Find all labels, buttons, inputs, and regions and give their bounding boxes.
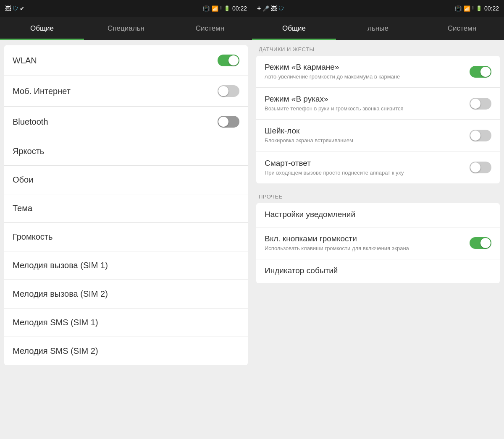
right-content-area: ДАТЧИКИ И ЖЕСТЫ Режим «В кармане» Авто-у…	[252, 40, 504, 439]
wlan-toggle-knob	[228, 55, 239, 65]
notification-settings-title: Настройки уведомлений	[265, 210, 485, 219]
right-time: 00:22	[484, 5, 499, 12]
smart-answer-text: Смарт-ответ При входящем вызове просто п…	[265, 159, 470, 177]
picture-icon: 🖼	[5, 5, 11, 12]
sms-sim2-label: Мелодия SMS (SIM 2)	[13, 346, 98, 356]
shake-lock-title: Шейк-лок	[265, 126, 463, 136]
wallpaper-item[interactable]: Обои	[4, 166, 248, 194]
exclamation-icon: !	[220, 5, 222, 11]
sms-sim1-label: Мелодия SMS (SIM 1)	[13, 318, 98, 327]
pocket-mode-subtitle: Авто-увеличение громкости до максимума в…	[265, 73, 463, 81]
volume-keys-item[interactable]: Вкл. кнопками громкости Использовать кла…	[256, 227, 500, 259]
left-settings-list: WLAN Моб. Интернет Bluetooth	[4, 45, 248, 365]
event-indicator-title: Индикатор событий	[265, 266, 485, 275]
shake-lock-item[interactable]: Шейк-лок Блокировка экрана встряхиванием	[256, 120, 500, 152]
right-panel: + 🎤 🖼 🛡 📳 📶 ! 🔋 00:22 Общие льные Систем…	[252, 0, 504, 439]
volume-keys-toggle[interactable]	[470, 237, 491, 249]
shake-lock-knob	[470, 131, 480, 141]
wlan-toggle[interactable]	[218, 55, 239, 66]
right-tabs-bar: Общие льные Системн	[252, 17, 504, 40]
right-status-bar: + 🎤 🖼 🛡 📳 📶 ! 🔋 00:22	[252, 0, 504, 17]
right-vibrate-icon: 📳	[455, 5, 462, 12]
left-tab-general[interactable]: Общие	[0, 17, 84, 40]
pocket-mode-item[interactable]: Режим «В кармане» Авто-увеличение громко…	[256, 56, 500, 88]
brightness-item[interactable]: Яркость	[4, 137, 248, 166]
ringtone-sim2-item[interactable]: Мелодия вызова (SIM 2)	[4, 280, 248, 308]
hand-mode-subtitle: Возьмите телефон в руки и громкость звон…	[265, 105, 463, 112]
smart-answer-title: Смарт-ответ	[265, 159, 463, 168]
wallpaper-label: Обои	[13, 175, 33, 185]
pocket-mode-text: Режим «В кармане» Авто-увеличение громко…	[265, 63, 470, 81]
sensors-section-header: ДАТЧИКИ И ЖЕСТЫ	[252, 40, 504, 56]
smart-answer-knob	[470, 162, 480, 172]
mobile-internet-label: Моб. Интернет	[13, 86, 71, 96]
mobile-internet-toggle[interactable]	[218, 85, 239, 97]
event-indicator-text: Индикатор событий	[265, 266, 491, 277]
event-indicator-item[interactable]: Индикатор событий	[256, 259, 500, 283]
volume-keys-text: Вкл. кнопками громкости Использовать кла…	[265, 234, 470, 252]
hand-mode-knob	[470, 99, 480, 109]
smart-answer-item[interactable]: Смарт-ответ При входящем вызове просто п…	[256, 152, 500, 183]
left-panel: 🖼 🛡 ✔ 📳 📶 ! 🔋 00:22 Общие Специальн Сист…	[0, 0, 252, 439]
volume-keys-subtitle: Использовать клавиши громкости для включ…	[265, 245, 463, 252]
ringtone-sim2-label: Мелодия вызова (SIM 2)	[13, 289, 108, 299]
vibrate-icon: 📳	[203, 5, 210, 12]
sms-sim1-item[interactable]: Мелодия SMS (SIM 1)	[4, 308, 248, 337]
left-content-area: WLAN Моб. Интернет Bluetooth	[0, 40, 252, 439]
theme-label: Тема	[13, 204, 32, 213]
shield-icon: 🛡	[13, 5, 18, 12]
plus-icon: +	[257, 5, 261, 12]
right-wifi-icon: 📶	[464, 5, 470, 12]
hand-mode-toggle[interactable]	[470, 98, 491, 110]
check-icon: ✔	[20, 5, 24, 12]
notification-settings-text: Настройки уведомлений	[265, 210, 491, 220]
ringtone-sim1-label: Мелодия вызова (SIM 1)	[13, 261, 108, 270]
pocket-mode-toggle[interactable]	[470, 66, 491, 78]
wifi-icon: 📶	[212, 5, 218, 12]
volume-keys-knob	[480, 238, 491, 248]
volume-keys-title: Вкл. кнопками громкости	[265, 234, 463, 243]
ringtone-sim1-item[interactable]: Мелодия вызова (SIM 1)	[4, 251, 248, 280]
left-status-icons-left: 🖼 🛡 ✔	[5, 5, 24, 12]
shake-lock-subtitle: Блокировка экрана встряхиванием	[265, 137, 463, 144]
left-tabs-bar: Общие Специальн Системн	[0, 17, 252, 40]
brightness-label: Яркость	[13, 146, 44, 156]
shake-lock-toggle[interactable]	[470, 130, 491, 141]
theme-item[interactable]: Тема	[4, 194, 248, 223]
right-tab-system[interactable]: Системн	[420, 17, 504, 40]
bluetooth-toggle[interactable]	[218, 116, 239, 128]
shake-lock-text: Шейк-лок Блокировка экрана встряхиванием	[265, 126, 470, 144]
hand-mode-title: Режим «В руках»	[265, 94, 463, 104]
right-tab-general[interactable]: Общие	[252, 17, 336, 40]
left-status-icons-right: 📳 📶 ! 🔋 00:22	[203, 5, 247, 12]
left-status-bar: 🖼 🛡 ✔ 📳 📶 ! 🔋 00:22	[0, 0, 252, 17]
wlan-item[interactable]: WLAN	[4, 45, 248, 76]
notification-settings-item[interactable]: Настройки уведомлений	[256, 203, 500, 227]
wlan-label: WLAN	[13, 56, 37, 65]
sms-sim2-item[interactable]: Мелодия SMS (SIM 2)	[4, 337, 248, 365]
right-shield-icon: 🛡	[278, 5, 284, 12]
battery-icon: 🔋	[224, 5, 230, 11]
left-tab-system[interactable]: Системн	[168, 17, 252, 40]
hand-mode-item[interactable]: Режим «В руках» Возьмите телефон в руки …	[256, 88, 500, 120]
mobile-internet-item[interactable]: Моб. Интернет	[4, 76, 248, 107]
right-status-icons-left: + 🎤 🖼 🛡	[257, 5, 284, 12]
right-exclamation-icon: !	[472, 5, 474, 11]
bluetooth-toggle-knob	[218, 117, 228, 127]
volume-label: Громкость	[13, 232, 52, 242]
hand-mode-text: Режим «В руках» Возьмите телефон в руки …	[265, 94, 470, 112]
smart-answer-subtitle: При входящем вызове просто поднесите апп…	[265, 169, 463, 177]
bluetooth-item[interactable]: Bluetooth	[4, 107, 248, 137]
other-section-header: ПРОЧЕЕ	[252, 188, 504, 203]
volume-item[interactable]: Громкость	[4, 223, 248, 251]
right-status-icons-right: 📳 📶 ! 🔋 00:22	[455, 5, 499, 12]
right-picture-icon: 🖼	[271, 5, 277, 12]
right-battery-icon: 🔋	[476, 5, 482, 11]
sensors-card: Режим «В кармане» Авто-увеличение громко…	[256, 56, 500, 183]
other-card: Настройки уведомлений Вкл. кнопками гром…	[256, 203, 500, 283]
left-time: 00:22	[232, 5, 247, 12]
mobile-internet-toggle-knob	[218, 86, 228, 96]
right-tab-special[interactable]: льные	[336, 17, 420, 40]
smart-answer-toggle[interactable]	[470, 162, 491, 173]
left-tab-special[interactable]: Специальн	[84, 17, 168, 40]
